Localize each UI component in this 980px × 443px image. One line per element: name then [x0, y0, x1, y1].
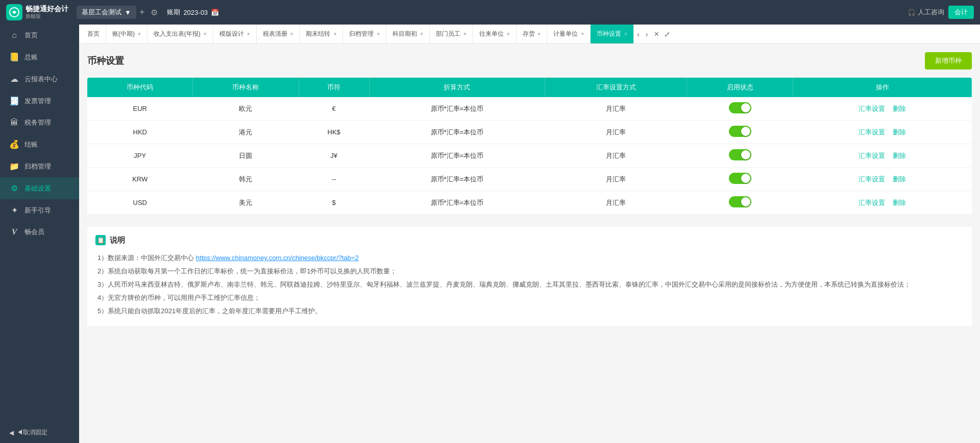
- tab-label-template: 模版设计: [219, 30, 244, 38]
- delete-link[interactable]: 删除: [893, 152, 906, 159]
- sidebar-item-archive[interactable]: 📁 归档管理: [0, 155, 79, 177]
- tab-prev-button[interactable]: ‹: [634, 28, 643, 40]
- tab-yearend[interactable]: 期末结转 ×: [300, 25, 343, 44]
- tab-income[interactable]: 收入支出表(年报) ×: [148, 25, 213, 44]
- sidebar-item-ledger[interactable]: 📒 总账: [0, 46, 79, 68]
- cell-action: 汇率设置 删除: [793, 121, 972, 144]
- toggle-switch[interactable]: [729, 102, 751, 113]
- tab-close-income[interactable]: ×: [204, 31, 207, 37]
- sidebar-item-checkout[interactable]: 💰 结账: [0, 133, 79, 155]
- logo-icon: [6, 4, 22, 20]
- tab-close-tax[interactable]: ×: [290, 31, 293, 37]
- delete-link[interactable]: 删除: [893, 105, 906, 112]
- company-name: 基层工会测试: [82, 8, 121, 17]
- sidebar-label-home: 首页: [24, 31, 38, 40]
- delete-link[interactable]: 删除: [893, 175, 906, 183]
- delete-link[interactable]: 删除: [893, 128, 906, 136]
- sidebar-item-member[interactable]: V 畅会员: [0, 221, 79, 243]
- note-item-3: 3）人民币对马来西亚林吉特、俄罗斯卢布、南非兰特、韩元、阿联酋迪拉姆、沙特里亚尔…: [95, 278, 964, 291]
- tab-dept[interactable]: 部门员工 ×: [430, 25, 473, 44]
- currency-table: 币种代码 币种名称 币符 折算方式 汇率设置方式 启用状态 操作 EUR欧元€原…: [87, 78, 972, 215]
- tab-close-contacts[interactable]: ×: [507, 31, 510, 37]
- toggle-switch[interactable]: [729, 173, 751, 184]
- cell-code: HKD: [87, 121, 193, 144]
- tab-expand-button[interactable]: ⤢: [662, 28, 672, 40]
- kuaiji-button[interactable]: 会计: [948, 6, 974, 19]
- notes-title-block: 📋 说明: [95, 235, 964, 245]
- toggle-switch[interactable]: [729, 196, 751, 207]
- toggle-switch[interactable]: [729, 149, 751, 160]
- cell-name: 韩元: [193, 168, 299, 191]
- settings-gear-button[interactable]: ⚙: [148, 8, 161, 17]
- vip-icon: V: [9, 227, 19, 237]
- tab-label-tax: 税表清册: [263, 30, 287, 38]
- tab-contacts[interactable]: 往来单位 ×: [473, 25, 517, 44]
- tab-label-zhongqi: 账(中期): [112, 30, 135, 38]
- tab-zhongqi[interactable]: 账(中期) ×: [106, 25, 148, 44]
- tab-close-archive[interactable]: ×: [377, 31, 380, 37]
- rate-setting-link[interactable]: 汇率设置: [859, 105, 885, 112]
- sidebar-item-home[interactable]: ⌂ 首页: [0, 25, 79, 46]
- tab-close-unit[interactable]: ×: [581, 31, 584, 37]
- content-area: 首页 账(中期) × 收入支出表(年报) × 模版设计 × 税表清册 ×: [79, 25, 980, 443]
- settings-icon: ⚙: [9, 183, 19, 193]
- tab-close-all-button[interactable]: ×: [651, 28, 662, 41]
- period-info: 账期 2023-03 📅: [167, 8, 219, 17]
- notes-title-text: 说明: [110, 236, 125, 245]
- rate-setting-link[interactable]: 汇率设置: [859, 152, 885, 159]
- cell-name: 日圆: [193, 144, 299, 168]
- tab-subjects[interactable]: 科目期初 ×: [386, 25, 430, 44]
- sidebar-item-invoice[interactable]: 🧾 发票管理: [0, 90, 79, 112]
- add-company-button[interactable]: +: [136, 7, 148, 18]
- rate-setting-link[interactable]: 汇率设置: [859, 128, 885, 136]
- tab-template[interactable]: 模版设计 ×: [213, 25, 257, 44]
- tab-home[interactable]: 首页: [81, 25, 106, 44]
- col-action: 操作: [793, 78, 972, 97]
- notes-link[interactable]: https://www.chinamoney.com.cn/chinese/bk…: [196, 254, 359, 262]
- rate-setting-link[interactable]: 汇率设置: [859, 175, 885, 183]
- tab-close-template[interactable]: ×: [247, 31, 250, 37]
- app-wrapper: 畅捷通好会计 旗舰版 基层工会测试 ▼ + ⚙ 账期 2023-03 📅 🎧 人…: [0, 0, 980, 443]
- table-row: HKD港元HK$原币*汇率=本位币月汇率 汇率设置 删除: [87, 121, 972, 144]
- cell-rate-type: 月汇率: [545, 144, 687, 168]
- cancel-pin-button[interactable]: ◀ ◀取消固定: [0, 422, 79, 443]
- tab-close-yearend[interactable]: ×: [333, 31, 336, 37]
- tab-tax[interactable]: 税表清册 ×: [257, 25, 300, 44]
- tab-close-subjects[interactable]: ×: [420, 31, 423, 37]
- tab-close-zhongqi[interactable]: ×: [138, 31, 141, 37]
- new-currency-button[interactable]: 新增币种: [925, 52, 972, 69]
- sidebar-item-guide[interactable]: ✦ 新手引导: [0, 199, 79, 221]
- sidebar-item-tax[interactable]: 🏛 税务管理: [0, 112, 79, 133]
- table-row: KRW韩元--原币*汇率=本位币月汇率 汇率设置 删除: [87, 168, 972, 191]
- tab-bar: 首页 账(中期) × 收入支出表(年报) × 模版设计 × 税表清册 ×: [79, 25, 980, 44]
- company-selector[interactable]: 基层工会测试 ▼: [77, 6, 136, 19]
- calendar-icon[interactable]: 📅: [211, 9, 219, 16]
- col-code: 币种代码: [87, 78, 193, 97]
- delete-link[interactable]: 删除: [893, 199, 906, 206]
- sidebar-item-settings[interactable]: ⚙ 基础设置: [0, 177, 79, 199]
- rate-setting-link[interactable]: 汇率设置: [859, 199, 885, 206]
- tab-currency[interactable]: 币种设置 ×: [591, 25, 634, 44]
- tab-label-contacts: 往来单位: [479, 30, 504, 38]
- tab-unit[interactable]: 计量单位 ×: [547, 25, 591, 44]
- main-area: ⌂ 首页 📒 总账 ☁ 云报表中心 🧾 发票管理 🏛 税务管理 💰 结账: [0, 25, 980, 443]
- cell-toggle: [687, 191, 793, 215]
- cell-symbol: HK$: [299, 121, 369, 144]
- consult-button[interactable]: 🎧 人工咨询: [908, 8, 944, 17]
- col-status: 启用状态: [687, 78, 793, 97]
- cell-rate-type: 月汇率: [545, 191, 687, 215]
- tab-next-button[interactable]: ›: [643, 28, 651, 40]
- cell-toggle: [687, 121, 793, 144]
- sidebar-item-reports[interactable]: ☁ 云报表中心: [0, 68, 79, 90]
- col-name: 币种名称: [193, 78, 299, 97]
- header-actions: 🎧 人工咨询 会计: [908, 6, 974, 19]
- tab-archive[interactable]: 归档管理 ×: [343, 25, 386, 44]
- tax-icon: 🏛: [9, 118, 19, 127]
- tab-close-inventory[interactable]: ×: [538, 31, 541, 37]
- arrow-left-icon: ◀: [9, 429, 14, 436]
- tab-close-dept[interactable]: ×: [463, 31, 467, 37]
- cell-code: KRW: [87, 168, 193, 191]
- toggle-switch[interactable]: [729, 126, 751, 137]
- tab-close-currency[interactable]: ×: [624, 31, 627, 37]
- tab-inventory[interactable]: 存货 ×: [517, 25, 548, 44]
